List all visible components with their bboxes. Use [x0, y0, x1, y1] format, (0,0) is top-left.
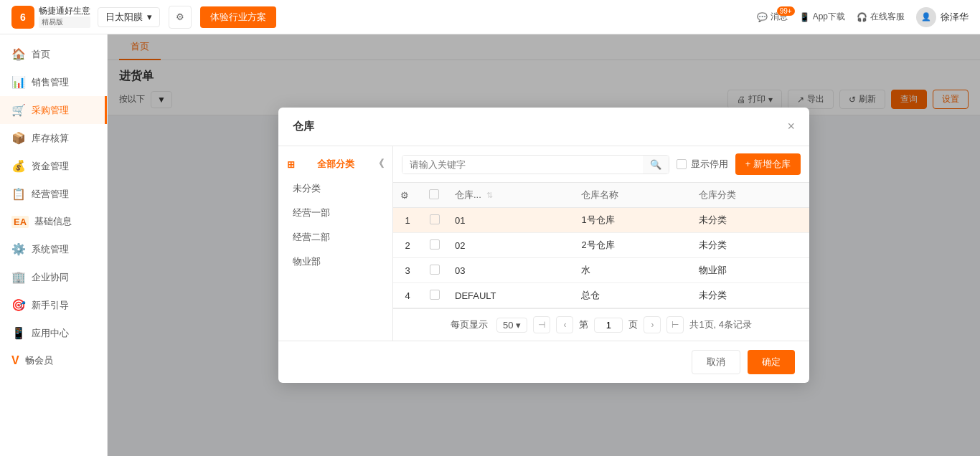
- gear-icon: ⚙️: [11, 242, 26, 256]
- cat-item-ops2[interactable]: 经营二部: [278, 225, 392, 250]
- modal-footer: 取消 确定: [278, 341, 809, 383]
- row-checkbox-2[interactable]: [430, 239, 440, 250]
- cat-item-unclassified[interactable]: 未分类: [278, 176, 392, 201]
- total-info: 共1页, 4条记录: [689, 318, 752, 331]
- next-page-btn[interactable]: ›: [644, 316, 661, 333]
- modal-close-btn[interactable]: ×: [787, 119, 795, 134]
- show-disabled-label: 显示停用: [691, 158, 728, 171]
- new-warehouse-btn[interactable]: + 新增仓库: [735, 153, 801, 175]
- user-name: 徐泽华: [941, 11, 969, 24]
- sidebar-label-finance: 资金管理: [32, 160, 69, 173]
- table-row[interactable]: 1 01 1号仓库 未分类: [393, 208, 809, 233]
- prev-page-btn[interactable]: ‹: [556, 316, 573, 333]
- sidebar-label-system: 系统管理: [32, 243, 69, 256]
- sidebar-item-inventory[interactable]: 📦 库存核算: [0, 124, 107, 152]
- table-scroll: ⚙ 仓库... ⇅: [393, 183, 809, 308]
- table-row[interactable]: 4 DEFAULT 总仓 未分类: [393, 283, 809, 308]
- sidebar: 🏠 首页 📊 销售管理 🛒 采购管理 📦 库存核算 💰 资金管理 📋 经营管理 …: [0, 34, 108, 456]
- select-all-checkbox[interactable]: [429, 189, 439, 199]
- shop-selector[interactable]: 日太阳膜 ▾: [98, 7, 160, 27]
- page-unit: 页: [628, 318, 638, 331]
- table-head: ⚙ 仓库... ⇅: [393, 183, 809, 208]
- all-category-item[interactable]: ⊞ 全部分类 《: [278, 152, 392, 176]
- category-sidebar: ⊞ 全部分类 《 未分类 经营一部 经营二部 物业部: [278, 146, 393, 341]
- sidebar-item-basic[interactable]: EA 基础信息: [0, 208, 107, 235]
- table-area: 🔍 显示停用 + 新增仓库: [393, 146, 809, 341]
- app-download-btn[interactable]: 📱 App下载: [799, 11, 845, 23]
- th-check: [422, 183, 448, 208]
- td-category: 未分类: [692, 283, 809, 308]
- sidebar-item-system[interactable]: ⚙️ 系统管理: [0, 235, 107, 263]
- td-check: [422, 258, 448, 283]
- page-input[interactable]: [594, 318, 623, 333]
- topbar-center: 日太阳膜 ▾ ⚙ 体验行业方案: [98, 6, 757, 29]
- sidebar-item-member[interactable]: V 畅会员: [0, 347, 107, 374]
- search-input[interactable]: [402, 156, 643, 174]
- td-num: 3: [393, 258, 422, 283]
- td-check: [422, 283, 448, 308]
- td-check: [422, 208, 448, 233]
- cat-item-ops1[interactable]: 经营一部: [278, 201, 392, 225]
- main-wrapper: 🏠 首页 📊 销售管理 🛒 采购管理 📦 库存核算 💰 资金管理 📋 经营管理 …: [0, 34, 980, 456]
- search-icon[interactable]: 🔍: [643, 156, 669, 174]
- first-page-btn[interactable]: ⊣: [533, 316, 550, 333]
- message-btn[interactable]: 💬 消息 99+: [757, 11, 788, 23]
- box-icon: 📦: [11, 131, 26, 145]
- cart-icon: 🛒: [11, 103, 26, 117]
- sidebar-item-finance[interactable]: 💰 资金管理: [0, 152, 107, 180]
- page-content: 首页 进货单 按以下 ▼ 🖨 打印 ▾ ↗ 导出: [108, 34, 980, 456]
- shop-name: 日太阳膜: [105, 11, 143, 24]
- message-badge: 99+: [777, 6, 795, 16]
- trial-button[interactable]: 体验行业方案: [200, 6, 276, 28]
- member-icon: V: [11, 354, 19, 367]
- td-category: 未分类: [692, 208, 809, 233]
- sidebar-label-member: 畅会员: [25, 354, 53, 367]
- sidebar-item-home[interactable]: 🏠 首页: [0, 40, 107, 68]
- per-page-select[interactable]: 50 ▾: [496, 318, 527, 333]
- td-name: 1号仓库: [574, 208, 692, 233]
- td-code: 01: [448, 208, 574, 233]
- td-num: 4: [393, 283, 422, 308]
- th-code: 仓库... ⇅: [448, 183, 574, 208]
- logo-title: 畅捷通好生意: [39, 6, 90, 17]
- warehouse-table: ⚙ 仓库... ⇅: [393, 183, 809, 308]
- sidebar-label-enterprise: 企业协同: [32, 271, 69, 284]
- cat-item-property[interactable]: 物业部: [278, 250, 392, 274]
- sidebar-label-inventory: 库存核算: [32, 132, 69, 145]
- sidebar-item-operations[interactable]: 📋 经营管理: [0, 180, 107, 208]
- user-info[interactable]: 👤 徐泽华: [916, 7, 969, 27]
- row-checkbox-1[interactable]: [430, 214, 440, 224]
- table-toolbar: 🔍 显示停用 + 新增仓库: [393, 146, 809, 183]
- phone-icon: 📱: [799, 12, 810, 22]
- settings-btn[interactable]: ⚙: [169, 6, 192, 29]
- home-icon: 🏠: [11, 47, 26, 61]
- online-service-btn[interactable]: 🎧 在线客服: [857, 11, 905, 23]
- row-checkbox-4[interactable]: [430, 290, 440, 300]
- td-code: DEFAULT: [448, 283, 574, 308]
- last-page-btn[interactable]: ⊢: [666, 316, 684, 333]
- logo: 6 畅捷通好生意 精易版: [11, 6, 98, 29]
- modal-overlay: 仓库 × ⊞ 全部分类 《 未分类 经营一部 经营二部: [108, 34, 980, 456]
- show-disabled-toggle[interactable]: 显示停用: [677, 158, 728, 171]
- table-row[interactable]: 2 02 2号仓库 未分类: [393, 233, 809, 258]
- topbar-right: 💬 消息 99+ 📱 App下载 🎧 在线客服 👤 徐泽华: [757, 7, 969, 27]
- doc-icon: EA: [11, 216, 29, 228]
- page-label: 第: [579, 318, 588, 331]
- table-body: 1 01 1号仓库 未分类 2: [393, 208, 809, 308]
- show-disabled-checkbox[interactable]: [677, 159, 687, 169]
- sidebar-item-appcenter[interactable]: 📱 应用中心: [0, 319, 107, 347]
- th-gear: ⚙: [393, 183, 422, 208]
- sidebar-item-sales[interactable]: 📊 销售管理: [0, 68, 107, 96]
- td-name: 2号仓库: [574, 233, 692, 258]
- confirm-button[interactable]: 确定: [748, 350, 795, 374]
- row-checkbox-3[interactable]: [430, 265, 440, 275]
- sidebar-item-purchase[interactable]: 🛒 采购管理: [0, 96, 107, 124]
- warehouse-modal: 仓库 × ⊞ 全部分类 《 未分类 经营一部 经营二部: [278, 108, 809, 383]
- sidebar-item-enterprise[interactable]: 🏢 企业协同: [0, 263, 107, 291]
- sidebar-label-operations: 经营管理: [32, 188, 69, 201]
- per-page-label: 每页显示: [451, 318, 488, 331]
- sidebar-item-guide[interactable]: 🎯 新手引导: [0, 291, 107, 319]
- collapse-icon[interactable]: 《: [374, 158, 384, 171]
- table-row[interactable]: 3 03 水 物业部: [393, 258, 809, 283]
- cancel-button[interactable]: 取消: [692, 350, 740, 374]
